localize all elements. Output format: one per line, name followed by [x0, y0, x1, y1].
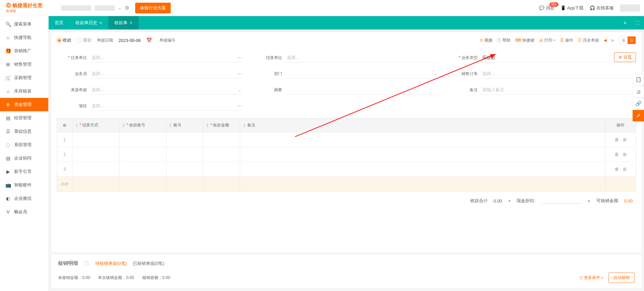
summary-input[interactable] — [286, 85, 437, 95]
sidebar-item-label: 智能硬件 — [14, 182, 32, 188]
dept-label: 部门 — [255, 71, 282, 77]
settings-button[interactable]: ⚙ 设置 — [614, 52, 636, 62]
writeoff-tab-done[interactable]: 已核销单据(0笔) — [133, 260, 164, 267]
sidebar-item-label: 采购管理 — [14, 75, 32, 81]
tab-2[interactable]: 收款单✕ — [108, 16, 139, 30]
more-icon[interactable]: ⋯ — [237, 55, 242, 60]
view-detail-icon[interactable]: ☷ — [628, 37, 636, 44]
th-account[interactable]: ▲▼收款账号 — [119, 118, 166, 132]
close-icon[interactable]: ✕ — [129, 21, 132, 25]
expand-icon[interactable]: ⤢ — [633, 110, 644, 121]
user-avatar[interactable] — [620, 4, 640, 12]
online-chat-link[interactable]: 🎧 在线客服 — [590, 5, 614, 11]
operate-link[interactable]: ☰操作 — [560, 38, 573, 43]
app-download-link[interactable]: 📱 App下载 — [560, 5, 584, 11]
shortcut-link[interactable]: ⌨快捷键 — [515, 38, 534, 43]
draft-icon[interactable]: 📋 — [633, 74, 644, 85]
table-config-icon[interactable]: ⚙ — [57, 118, 72, 132]
nav-next-icon[interactable]: ▶ — [611, 38, 614, 43]
discount-input[interactable] — [541, 198, 582, 203]
project-input[interactable] — [91, 101, 241, 111]
radio-refund-label: 退款 — [83, 37, 92, 43]
sidebar-item-7[interactable]: ▤经营管理 — [0, 111, 48, 125]
sidebar-item-11[interactable]: ▶新手引导 — [0, 165, 48, 178]
sidebar-item-8[interactable]: ☰基础信息 — [0, 125, 48, 138]
sidebar-item-0[interactable]: 🔍搜索菜单 — [0, 17, 48, 31]
company-selector[interactable]: ⌄ ⚙ — [61, 5, 129, 11]
more-icon[interactable]: ⋯ — [237, 71, 242, 76]
remark-input[interactable] — [482, 85, 633, 95]
attachment-icon[interactable]: 🔗 — [633, 98, 644, 109]
sidebar-item-1[interactable]: ⌂快捷导航 — [0, 31, 48, 44]
fullscreen-icon[interactable]: ⛶ — [631, 17, 643, 28]
delete-row-icon[interactable]: 🗑 — [614, 137, 619, 142]
calendar-icon[interactable]: 📅 — [146, 38, 152, 43]
biz-type-input[interactable] — [482, 53, 633, 62]
sidebar-item-10[interactable]: ▤企业协同 — [0, 152, 48, 165]
nav-prev-icon[interactable]: ◀ — [604, 38, 607, 43]
radio-refund[interactable]: 退款 — [77, 37, 92, 43]
sidebar-item-14[interactable]: V畅会员 — [0, 205, 48, 219]
more-conditions-link[interactable]: ▽ 更多条件 ▾ — [580, 275, 603, 281]
doc-date-value[interactable]: 2023-06-06 — [118, 38, 141, 43]
sidebar-item-9[interactable]: ◌系统管理 — [0, 138, 48, 152]
sidebar-item-2[interactable]: 🎁营销推广 — [0, 44, 48, 58]
chevron-down-icon: ▾ — [601, 276, 603, 280]
messages-link[interactable]: 💬 消息 99+ — [539, 5, 554, 11]
tab-0[interactable]: 首页 — [49, 16, 69, 30]
delete-row-icon[interactable]: 🗑 — [614, 167, 619, 172]
customer-input[interactable] — [91, 53, 241, 62]
th-settle-type[interactable]: ▲▼结算方式 — [72, 118, 119, 132]
close-all-tabs-icon[interactable]: ✕ — [619, 17, 631, 28]
th-acctno[interactable]: ▲▼账号 — [166, 118, 203, 132]
help-icon[interactable]: ? — [84, 261, 89, 266]
dept-input[interactable] — [286, 69, 437, 78]
company-name-mask — [61, 5, 91, 11]
table-row[interactable]: 1🗑⊞ — [57, 132, 636, 147]
history-link[interactable]: ☷历史单据 — [578, 38, 599, 43]
th-remark[interactable]: ▲▼备注 — [240, 118, 605, 132]
more-icon[interactable]: ⋯ — [237, 103, 242, 109]
sales-order-input[interactable] — [482, 69, 633, 78]
sidebar-item-13[interactable]: ◐企业微信 — [0, 192, 48, 205]
sidebar-item-6[interactable]: ⊛资金管理 — [0, 98, 48, 111]
writeoff-diff: 核销差额：0.00 — [142, 275, 170, 281]
radio-receive[interactable]: 收款 — [57, 37, 71, 43]
add-row-icon[interactable]: ⊞ — [623, 152, 627, 157]
chevron-down-icon[interactable]: ⌄ — [238, 87, 242, 93]
salesman-input[interactable] — [91, 69, 241, 78]
chevron-down-icon[interactable]: ⌄ — [629, 55, 633, 60]
headset-icon: 🎧 — [590, 5, 595, 10]
table-row[interactable]: 2🗑⊞ — [57, 147, 636, 162]
writeoff-tab-pending[interactable]: 待核销单据(0笔) — [95, 260, 127, 267]
th-amount[interactable]: ▲▼收款金额 — [203, 118, 240, 132]
delete-row-icon[interactable]: 🗑 — [614, 152, 619, 157]
video-link[interactable]: ⊙视频 — [480, 38, 492, 43]
print-queue-icon[interactable]: 🖨 — [633, 86, 644, 97]
add-row-icon[interactable]: ⊞ — [623, 137, 627, 142]
gear-icon[interactable]: ⚙ — [125, 5, 129, 11]
chevron-down-icon[interactable]: ⌄ — [433, 71, 437, 76]
sidebar-item-label: 资金管理 — [14, 102, 32, 108]
help-link[interactable]: ⓘ帮助 — [497, 38, 511, 43]
history-icon: ☷ — [578, 38, 582, 43]
field-remark: 备注 — [451, 85, 633, 95]
settle-unit-input[interactable] — [286, 53, 437, 62]
source-input[interactable] — [91, 85, 242, 95]
tab-1[interactable]: 收款单历史✕ — [69, 16, 108, 30]
print-link[interactable]: 🖨打印▾ — [539, 38, 555, 43]
auto-writeoff-button[interactable]: 自动核销 — [608, 273, 635, 283]
sidebar-icon: 🛒 — [5, 75, 11, 80]
trial-industry-button[interactable]: 体验行业方案 — [135, 3, 171, 13]
sidebar-item-4[interactable]: 🛒采购管理 — [0, 71, 48, 84]
view-list-icon[interactable]: ☰ — [620, 37, 628, 44]
sidebar-item-12[interactable]: 📺智能硬件 — [0, 178, 48, 192]
table-row[interactable]: 3🗑⊞ — [57, 162, 636, 177]
close-icon[interactable]: ✕ — [99, 21, 102, 25]
sidebar-item-label: 企业协同 — [14, 155, 32, 161]
sidebar-item-5[interactable]: ⌂库存核算 — [0, 84, 48, 98]
writeoff-footer: 未核销金额：0.00 本次核销金额：0.00 核销差额：0.00 ▽ 更多条件 … — [58, 273, 635, 283]
phone-icon: 📱 — [560, 5, 566, 10]
sidebar-item-3[interactable]: ⊞销售管理 — [0, 58, 48, 71]
add-row-icon[interactable]: ⊞ — [623, 167, 627, 172]
